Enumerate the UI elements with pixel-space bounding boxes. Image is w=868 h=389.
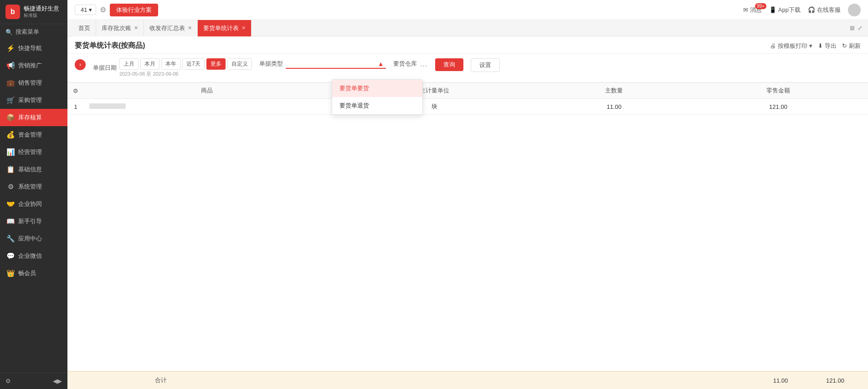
sidebar-item-label: 基础信息 bbox=[18, 165, 42, 174]
finance-icon: 💰 bbox=[6, 131, 15, 139]
filter-expand-button[interactable]: › bbox=[75, 59, 86, 70]
type-input-wrapper: ▲ bbox=[286, 58, 386, 69]
sidebar-collapse-button[interactable]: ◀▶ bbox=[53, 378, 62, 384]
print-chevron-icon: ▾ bbox=[809, 42, 812, 49]
sidebar-item-sales[interactable]: 💼 销售管理 bbox=[0, 74, 67, 92]
app-download-item[interactable]: 📱 App下载 bbox=[769, 6, 801, 14]
message-item[interactable]: ✉ 消息 99+ bbox=[743, 6, 762, 14]
sidebar-search[interactable]: 🔍 搜索菜单 bbox=[0, 24, 67, 40]
sidebar-item-cooperation[interactable]: 🤝 企业协同 bbox=[0, 195, 67, 213]
sidebar-item-inventory[interactable]: 📦 库存核算 bbox=[0, 109, 67, 126]
settings-button[interactable]: 设置 bbox=[471, 58, 500, 72]
sidebar-item-label: 经营管理 bbox=[18, 148, 42, 156]
this-year-btn[interactable]: 本年 bbox=[161, 58, 180, 70]
type-filter-group: 单据类型 ▲ bbox=[259, 58, 386, 69]
purchase-icon: 🛒 bbox=[6, 96, 15, 104]
sidebar-item-system[interactable]: ⚙ 系统管理 bbox=[0, 178, 67, 195]
refresh-button[interactable]: ↻ 刷新 bbox=[842, 42, 861, 50]
sidebar-item-label: 企业协同 bbox=[18, 200, 42, 208]
footer-total-qty: 11.00 bbox=[753, 377, 808, 384]
col-product-header: 商品 bbox=[84, 83, 329, 99]
sidebar-item-base[interactable]: 📋 基础信息 bbox=[0, 161, 67, 178]
sidebar-item-label: 销售管理 bbox=[18, 79, 42, 87]
expand-left-icon[interactable]: ⊠ bbox=[850, 25, 855, 31]
warehouse-label: 要货仓库 bbox=[393, 60, 417, 68]
sidebar-item-management[interactable]: 📊 经营管理 bbox=[0, 143, 67, 161]
tab-batch-label: 库存批次账 bbox=[102, 24, 131, 32]
sidebar-item-label: 应用中心 bbox=[18, 235, 42, 243]
sidebar-item-label: 库存核算 bbox=[18, 113, 42, 122]
tab-batch-close[interactable]: ✕ bbox=[134, 25, 138, 31]
sidebar-item-quick[interactable]: ⚡ 快捷导航 bbox=[0, 40, 67, 57]
custom-date-btn[interactable]: 自定义 bbox=[227, 58, 252, 70]
date-range-display: 2023-05-06 至 2023-06-06 bbox=[119, 71, 252, 77]
page-title: 要货单统计表(按商品) bbox=[75, 41, 145, 51]
sidebar-item-wechat[interactable]: 💬 企业微信 bbox=[0, 247, 67, 265]
sidebar-footer: ⚙ ◀▶ bbox=[0, 373, 67, 389]
app-download-label: App下载 bbox=[778, 6, 801, 14]
logo-icon: b bbox=[5, 5, 20, 19]
sidebar-item-finance[interactable]: 💰 资金管理 bbox=[0, 126, 67, 143]
message-badge: 99+ bbox=[755, 3, 766, 9]
sidebar-item-member[interactable]: 👑 畅会员 bbox=[0, 265, 67, 282]
print-button[interactable]: 🖨 按模板打印 ▾ bbox=[770, 42, 812, 50]
service-icon: 🎧 bbox=[808, 6, 815, 13]
print-label: 按模板打印 bbox=[778, 42, 807, 50]
sidebar-item-appstore[interactable]: 🔧 应用中心 bbox=[0, 230, 67, 247]
export-label: 导出 bbox=[825, 42, 837, 50]
quick-icon: ⚡ bbox=[6, 44, 15, 52]
sidebar-item-label: 快捷导航 bbox=[18, 44, 42, 52]
type-input[interactable] bbox=[286, 58, 386, 69]
service-item[interactable]: 🎧 在线客服 bbox=[808, 6, 841, 14]
footer-values: 11.00 121.00 bbox=[753, 377, 863, 384]
export-button[interactable]: ⬇ 导出 bbox=[818, 42, 837, 50]
type-label: 单据类型 bbox=[259, 60, 283, 68]
query-button[interactable]: 查询 bbox=[435, 58, 463, 71]
more-date-btn[interactable]: 更多 bbox=[206, 58, 226, 70]
sidebar-settings-icon[interactable]: ⚙ bbox=[5, 378, 11, 384]
type-chevron-icon[interactable]: ▲ bbox=[378, 60, 384, 67]
footer-total-amount: 121.00 bbox=[808, 377, 863, 384]
sidebar-item-guide[interactable]: 📖 新手引导 bbox=[0, 213, 67, 230]
type-dropdown: 要货单要货 要货单退货 bbox=[332, 79, 423, 115]
sidebar-item-label: 企业微信 bbox=[18, 252, 42, 260]
tab-summary[interactable]: 收发存汇总表 ✕ bbox=[144, 20, 198, 36]
topbar-settings-icon[interactable]: ⚙ bbox=[100, 5, 106, 14]
this-month-btn[interactable]: 本月 bbox=[140, 58, 159, 70]
sidebar-item-marketing[interactable]: 📢 营销推广 bbox=[0, 57, 67, 74]
sidebar-item-purchase[interactable]: 🛒 采购管理 bbox=[0, 92, 67, 109]
marketing-icon: 📢 bbox=[6, 61, 15, 70]
tab-batch[interactable]: 库存批次账 ✕ bbox=[96, 20, 144, 36]
user-avatar[interactable] bbox=[848, 4, 861, 16]
tab-order-stats-close[interactable]: ✕ bbox=[241, 25, 246, 31]
tab-home[interactable]: 首页 bbox=[73, 20, 96, 36]
phone-icon: 📱 bbox=[769, 6, 776, 13]
col-settings-header[interactable]: ⚙ bbox=[67, 83, 84, 99]
sidebar-logo: b 畅捷通好生意 标准版 bbox=[0, 0, 67, 24]
dropdown-item-1[interactable]: 要货单退货 bbox=[332, 97, 422, 114]
refresh-label: 刷新 bbox=[849, 42, 861, 50]
footer-total-label: 合计 bbox=[155, 376, 167, 384]
tab-order-stats[interactable]: 要货单统计表 ✕ bbox=[198, 20, 252, 36]
row-product bbox=[84, 99, 329, 115]
store-selector[interactable]: 41 ▾ bbox=[75, 5, 96, 15]
trial-button[interactable]: 体验行业方案 bbox=[110, 4, 158, 16]
col-amount-header: 零售金额 bbox=[688, 83, 868, 99]
sidebar-item-label: 采购管理 bbox=[18, 96, 42, 104]
col-qty-header: 主数量 bbox=[539, 83, 688, 99]
topbar-left: 41 ▾ ⚙ 体验行业方案 bbox=[75, 4, 738, 16]
table-wrapper: ⚙ 商品 主计量单位 主数量 零售金额 1 块 11.00 bbox=[67, 82, 868, 371]
warehouse-more-icon[interactable]: … bbox=[420, 59, 428, 69]
dropdown-icon: ▾ bbox=[89, 6, 92, 13]
row-qty: 11.00 bbox=[539, 99, 688, 115]
dropdown-item-0[interactable]: 要货单要货 bbox=[332, 80, 422, 97]
expand-right-icon[interactable]: ⤢ bbox=[858, 25, 863, 31]
sales-icon: 💼 bbox=[6, 79, 15, 87]
tabbar: 首页 库存批次账 ✕ 收发存汇总表 ✕ 要货单统计表 ✕ ⊠ ⤢ bbox=[67, 20, 868, 36]
last-7days-btn[interactable]: 近7天 bbox=[182, 58, 205, 70]
data-table: ⚙ 商品 主计量单位 主数量 零售金额 1 块 11.00 bbox=[67, 82, 868, 115]
date-range-buttons: 上月 本月 本年 近7天 更多 自定义 bbox=[119, 58, 252, 70]
last-month-btn[interactable]: 上月 bbox=[119, 58, 139, 70]
tab-summary-close[interactable]: ✕ bbox=[188, 25, 192, 31]
store-num: 41 bbox=[81, 6, 87, 13]
